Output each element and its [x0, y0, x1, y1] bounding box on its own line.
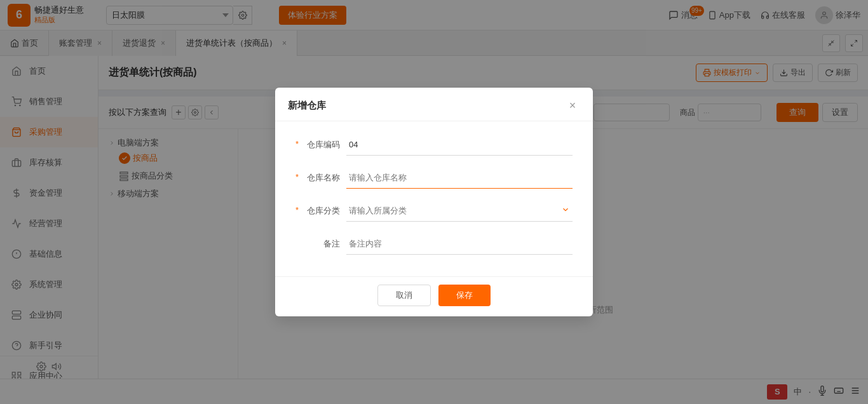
field-code-wrap [346, 134, 573, 156]
field-category-select-wrap[interactable] [346, 200, 573, 222]
field-code-input[interactable] [346, 134, 573, 156]
add-warehouse-dialog: 新增仓库 × 仓库编码 仓库名称 仓库分类 [275, 88, 593, 316]
form-row-category: 仓库分类 [295, 200, 573, 222]
field-code-label: 仓库编码 [295, 139, 346, 151]
field-remark-wrap [346, 233, 573, 255]
field-name-label: 仓库名称 [295, 172, 346, 184]
dialog-title: 新增仓库 [288, 100, 326, 112]
field-category-input[interactable] [346, 200, 573, 222]
form-row-remark: 备注 [295, 233, 573, 255]
dialog-header: 新增仓库 × [275, 88, 593, 121]
dialog-body: 仓库编码 仓库名称 仓库分类 [275, 121, 593, 276]
field-remark-input[interactable] [346, 233, 573, 255]
dialog-overlay: 新增仓库 × 仓库编码 仓库名称 仓库分类 [0, 0, 868, 404]
field-category-label: 仓库分类 [295, 205, 346, 217]
field-remark-label: 备注 [295, 238, 346, 250]
field-category-wrap [346, 200, 573, 222]
cancel-button[interactable]: 取消 [377, 285, 431, 306]
dialog-footer: 取消 保存 [275, 276, 593, 316]
dialog-close-button[interactable]: × [565, 98, 580, 113]
form-row-name: 仓库名称 [295, 167, 573, 189]
field-name-input[interactable] [346, 167, 573, 189]
save-button[interactable]: 保存 [438, 285, 491, 306]
field-name-wrap [346, 167, 573, 189]
form-row-code: 仓库编码 [295, 134, 573, 156]
